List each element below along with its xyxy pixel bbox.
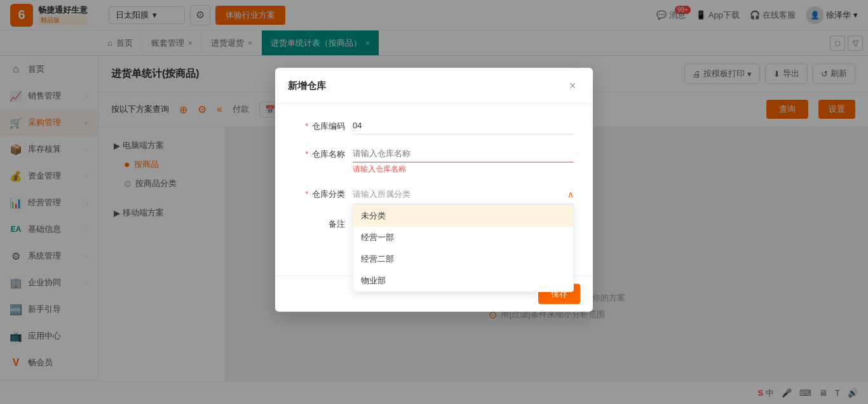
close-icon: × bbox=[569, 79, 576, 92]
modal-header: 新增仓库 × bbox=[275, 68, 593, 104]
category-input-wrap: 请输入所属分类 ∧ 未分类 经营一部 经营二部 物业部 bbox=[353, 185, 574, 205]
modal-title: 新增仓库 bbox=[288, 79, 326, 91]
form-row-code: 仓库编码 bbox=[294, 117, 574, 135]
category-placeholder: 请输入所属分类 bbox=[353, 189, 410, 200]
name-input[interactable] bbox=[353, 145, 574, 163]
dropdown-item-property[interactable]: 物业部 bbox=[353, 270, 573, 292]
chevron-up-icon: ∧ bbox=[567, 189, 574, 199]
form-row-category: 仓库分类 请输入所属分类 ∧ 未分类 经营一部 经营二部 bbox=[294, 185, 574, 205]
note-label: 备注 bbox=[294, 215, 345, 230]
modal-body: 仓库编码 仓库名称 请输入仓库名称 仓库分类 请输入所属分类 bbox=[275, 104, 593, 276]
dropdown-item-dept1[interactable]: 经营一部 bbox=[353, 227, 573, 248]
category-label: 仓库分类 bbox=[294, 185, 345, 200]
add-warehouse-modal: 新增仓库 × 仓库编码 仓库名称 请输入仓库名称 bbox=[275, 68, 593, 312]
name-error-msg: 请输入仓库名称 bbox=[353, 164, 574, 175]
name-input-wrap: 请输入仓库名称 bbox=[353, 145, 574, 175]
code-input[interactable] bbox=[353, 117, 574, 135]
category-select[interactable]: 请输入所属分类 ∧ bbox=[353, 185, 574, 205]
modal-close-btn[interactable]: × bbox=[565, 78, 580, 93]
code-label: 仓库编码 bbox=[294, 117, 345, 132]
dropdown-item-none[interactable]: 未分类 bbox=[353, 205, 573, 227]
category-dropdown: 未分类 经营一部 经营二部 物业部 bbox=[353, 205, 574, 292]
name-label: 仓库名称 bbox=[294, 145, 345, 160]
dropdown-item-dept2[interactable]: 经营二部 bbox=[353, 248, 573, 270]
code-input-wrap bbox=[353, 117, 574, 135]
form-row-name: 仓库名称 请输入仓库名称 bbox=[294, 145, 574, 175]
